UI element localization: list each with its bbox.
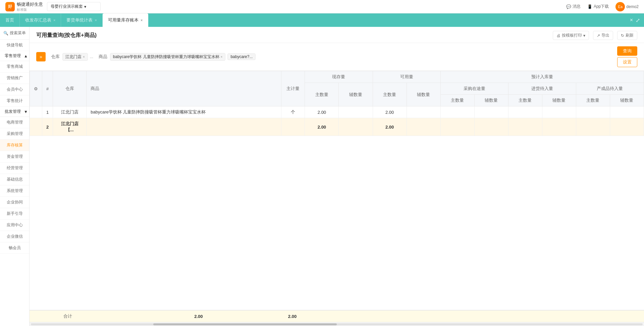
col-purchase-onway-header: 采购在途量 — [440, 83, 508, 95]
page-title: 可用量查询(按仓库+商品) — [36, 32, 97, 39]
table-row: 2 江北门店【... 2.00 2.00 — [30, 118, 644, 136]
row-inbound-main-1 — [508, 118, 542, 136]
sidebar-item-enterprise[interactable]: 企业协同 — [0, 197, 29, 208]
col-inbound-aux-header: 辅数量 — [542, 95, 576, 106]
sidebar-item-retail-stats[interactable]: 零售统计 — [0, 95, 29, 107]
main-layout: 🔍 搜索菜单 快捷导航 零售管理 ▲ 零售商城 营销推广 会员中心 零售统计 批… — [0, 27, 644, 326]
top-bar-left: 好 畅捷通好生意 标准版 母婴行业演示账套 ▾ — [5, 1, 101, 12]
tab-receipt-summary[interactable]: 收发存汇总表 × — [20, 13, 61, 27]
col-index-header: # — [42, 71, 53, 106]
sidebar-item-purchase[interactable]: 采购管理 — [0, 128, 29, 140]
export-btn[interactable]: ↗ 导出 — [593, 31, 613, 40]
sidebar-item-marketing[interactable]: 营销推广 — [0, 73, 29, 84]
tab-home[interactable]: 首页 — [0, 13, 20, 27]
query-btn[interactable]: 查询 — [617, 46, 637, 56]
row-product-1 — [87, 118, 281, 136]
scrollbar-thumb[interactable] — [153, 323, 337, 325]
col-avail-auxqty-header: 辅数量 — [407, 83, 440, 106]
sidebar-item-guide[interactable]: 新手引导 — [0, 208, 29, 220]
sidebar-item-retail-mall[interactable]: 零售商城 — [0, 61, 29, 73]
product-tag-0[interactable]: babycare学饮杯 儿童防摔防撞吸管杯重力球吸嘴杯宝宝水杯 × — [110, 53, 226, 61]
col-product-header: 商品 — [87, 71, 281, 106]
tab-available-inventory[interactable]: 可用量库存账本 × — [103, 13, 148, 27]
tab-close-inventory[interactable]: × — [141, 18, 143, 22]
chevron-down-icon: ▾ — [84, 4, 86, 9]
product-tag-1[interactable]: babycare?... — [227, 53, 256, 60]
sidebar-item-operations[interactable]: 经营管理 — [0, 162, 29, 174]
industry-selector[interactable]: 母婴行业演示账套 ▾ — [47, 2, 101, 11]
print-by-template-btn[interactable]: 🖨 按模板打印 ▾ — [553, 31, 589, 40]
sidebar-item-wechat[interactable]: 企业微信 — [0, 231, 29, 242]
logo-text: 畅捷通好生意 标准版 — [17, 1, 43, 12]
row-avail-aux-1 — [407, 118, 440, 136]
col-product-main-header: 主数量 — [576, 95, 610, 106]
logo-icon: 好 — [5, 2, 15, 11]
app-download-btn[interactable]: 📱 App下载 — [587, 4, 609, 9]
sidebar-item-base-info[interactable]: 基础信息 — [0, 174, 29, 185]
product-filter-tags: babycare学饮杯 儿童防摔防撞吸管杯重力球吸嘴杯宝宝水杯 × babyca… — [110, 53, 256, 61]
row-product-main-1 — [576, 118, 610, 136]
row-index-1: 2 — [42, 118, 53, 136]
warehouse-tag-0[interactable]: 江北门店 × — [62, 53, 88, 61]
user-avatar-btn[interactable]: Ea demo2 — [615, 2, 639, 11]
sidebar-item-ecommerce[interactable]: 电商管理 — [0, 117, 29, 128]
col-inbound-main-header: 主数量 — [508, 95, 542, 106]
product-filter-label: 商品 — [99, 54, 107, 60]
filter-actions: 查询 设置 — [617, 46, 637, 67]
tab-close-order[interactable]: × — [95, 18, 97, 22]
tab-close-all-btn[interactable]: × — [630, 17, 633, 23]
sidebar-item-wholesale[interactable]: 批发管理 ▼ — [0, 107, 29, 117]
warehouse-filter-group: 仓库 江北门店 × ... — [51, 53, 93, 61]
col-available-header: 可用量 — [373, 71, 440, 83]
table-container[interactable]: ⚙ # 仓库 商品 主计量 现存量 可用量 预计入库量 主数量 辅数量 主数量 — [30, 71, 644, 310]
row-inbound-main-0 — [508, 106, 542, 118]
message-btn[interactable]: 💬 消息 — [566, 4, 581, 9]
sidebar-item-finance[interactable]: 资金管理 — [0, 151, 29, 162]
page-header-actions: 🖨 按模板打印 ▾ ↗ 导出 ↻ 刷新 — [553, 31, 637, 40]
settings-btn[interactable]: 设置 — [617, 57, 637, 67]
col-product-aux-header: 辅数量 — [610, 95, 644, 106]
refresh-btn[interactable]: ↻ 刷新 — [617, 31, 637, 40]
footer-current-main: 2.00 — [175, 314, 222, 319]
search-menu-btn[interactable]: 🔍 搜索菜单 — [3, 30, 26, 36]
warehouse-filter-tags: 江北门店 × ... — [62, 53, 93, 61]
top-bar: 好 畅捷通好生意 标准版 母婴行业演示账套 ▾ 💬 消息 📱 App下载 Ea … — [0, 0, 644, 13]
col-settings-header: ⚙ — [30, 71, 42, 106]
row-purchase-main-0 — [440, 106, 474, 118]
filter-expand-btn[interactable]: » — [36, 52, 46, 61]
warehouse-tag-close-0[interactable]: × — [83, 55, 85, 59]
sidebar-item-vip[interactable]: 畅会员 — [0, 242, 29, 254]
chevron-icon: ▲ — [24, 54, 28, 58]
row-mainunit-1 — [281, 118, 305, 136]
row-current-aux-1 — [339, 118, 373, 136]
tab-close-receipt[interactable]: × — [53, 18, 55, 22]
tab-expand-btn[interactable]: ⤢ — [636, 17, 640, 24]
row-product-aux-1 — [610, 118, 644, 136]
tab-bar: 首页 收发存汇总表 × 要货单统计表 × 可用量库存账本 × × ⤢ — [0, 13, 644, 27]
row-product-aux-0 — [610, 106, 644, 118]
row-settings-0 — [30, 106, 42, 118]
col-planned-inbound-header: 预计入库量 — [440, 71, 644, 83]
filter-more-dots[interactable]: ... — [90, 54, 93, 59]
data-table: ⚙ # 仓库 商品 主计量 现存量 可用量 预计入库量 主数量 辅数量 主数量 — [30, 71, 644, 136]
sidebar-item-system[interactable]: 系统管理 — [0, 185, 29, 197]
row-avail-main-0: 2.00 — [373, 106, 407, 118]
sidebar-item-retail-mgmt[interactable]: 零售管理 ▲ — [0, 51, 29, 61]
row-current-aux-0 — [339, 106, 373, 118]
avatar: Ea — [615, 2, 625, 11]
col-avail-mainqty-header: 主数量 — [373, 83, 407, 106]
sidebar-item-member[interactable]: 会员中心 — [0, 84, 29, 95]
warehouse-filter-label: 仓库 — [51, 54, 60, 60]
sidebar-item-inventory[interactable]: 库存核算 — [0, 140, 29, 151]
horizontal-scrollbar[interactable] — [30, 322, 644, 326]
sidebar: 🔍 搜索菜单 快捷导航 零售管理 ▲ 零售商城 营销推广 会员中心 零售统计 批… — [0, 27, 30, 326]
col-product-pending-header: 产成品待入量 — [576, 83, 644, 95]
col-inbound-pending-header: 进货待入量 — [508, 83, 576, 95]
export-icon: ↗ — [597, 33, 600, 38]
tab-order-stats[interactable]: 要货单统计表 × — [61, 13, 102, 27]
row-warehouse-1: 江北门店【... — [53, 118, 87, 136]
sidebar-search: 🔍 搜索菜单 — [0, 27, 29, 40]
sidebar-item-app-center[interactable]: 应用中心 — [0, 220, 29, 231]
sidebar-item-quick-nav[interactable]: 快捷导航 — [0, 40, 29, 51]
product-tag-close-0[interactable]: × — [221, 55, 223, 59]
